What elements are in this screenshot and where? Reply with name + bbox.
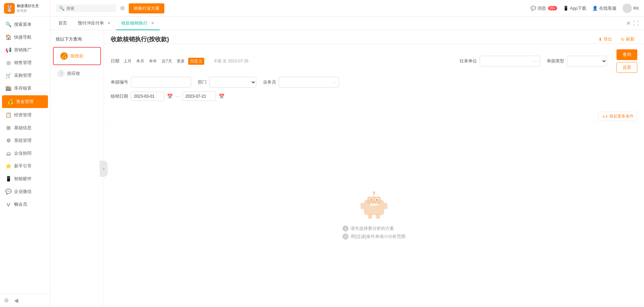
- receivable-icon: 🕐: [57, 70, 64, 77]
- verify-date-end[interactable]: [182, 92, 216, 101]
- online-service-btn[interactable]: 👤 在线客服: [592, 5, 616, 11]
- doc-no-input[interactable]: [131, 77, 191, 88]
- sidebar-label-search-menu: 搜索菜单: [14, 21, 32, 28]
- staff-item: 业务员 ···: [263, 77, 339, 88]
- tab-collect-offset-close[interactable]: ✕: [151, 21, 154, 25]
- collapse-row: ∧∧ 收起更多条件: [104, 110, 644, 122]
- sidebar-label-system: 系统管理: [14, 138, 32, 144]
- sidebar-item-enterprise[interactable]: 🗂企业协同: [0, 147, 50, 160]
- main-content: 收款核销执行(按收款) ⬆ 导出 ↻ 刷新 日期: [104, 30, 644, 307]
- doc-type-select[interactable]: [567, 56, 607, 66]
- sidebar-item-system[interactable]: ⚙系统管理: [0, 134, 50, 147]
- partner-input[interactable]: ···: [480, 56, 540, 66]
- sidebar-item-marketing[interactable]: 📢营销推广: [0, 44, 50, 56]
- action-btns: 查询 设置: [616, 49, 637, 73]
- tab-home[interactable]: 首页: [53, 17, 72, 30]
- tab-prepay-close[interactable]: ✕: [107, 21, 111, 25]
- verify-date-start[interactable]: [131, 92, 164, 101]
- svg-rect-8: [384, 203, 387, 209]
- logo-sub: 标准版: [17, 8, 39, 13]
- sidebar-item-basic-info[interactable]: ⊞基础信息: [0, 121, 50, 134]
- sidebar-item-inventory[interactable]: 🏬库存核算: [0, 82, 50, 95]
- partner-item: 往来单位 ···: [460, 56, 540, 66]
- sidebar-item-newbie[interactable]: ⭐新手引导: [0, 160, 50, 172]
- receipt-icon: 💰: [60, 52, 68, 60]
- user-name: Rit: [633, 6, 639, 11]
- search-form: 日期 上月 本月 本年 近7天 更多 自定义 不限 至 2023-07-26: [104, 44, 644, 110]
- sidebar-item-smart-hw[interactable]: 📱智能硬件: [0, 172, 50, 185]
- verify-date-label: 核销日期: [111, 93, 128, 99]
- enterprise-icon: 🗂: [5, 151, 11, 156]
- tabbar-right: ✕ ⛶: [626, 20, 641, 27]
- smart-hw-icon: 📱: [5, 176, 11, 182]
- svg-point-12: [373, 191, 375, 194]
- date-nolimit-text: 不限 至 2023-07-26: [214, 58, 249, 64]
- service-label: 在线客服: [599, 5, 616, 11]
- refresh-btn[interactable]: ↻ 刷新: [618, 35, 637, 44]
- filter-by-receipt[interactable]: 💰 按收款: [54, 49, 100, 63]
- sidebar-item-finance[interactable]: 💰资金管理: [2, 95, 48, 108]
- topbar-search-box[interactable]: 🔍: [56, 4, 116, 12]
- collapse-sidebar-icon[interactable]: ◀: [14, 297, 18, 304]
- app-label: App下载: [570, 5, 586, 11]
- settings-bottom-icon[interactable]: ⚙: [4, 297, 9, 304]
- sidebar-item-quick-nav[interactable]: 🏠快捷导航: [0, 31, 50, 44]
- gear-icon[interactable]: ⚙: [120, 5, 125, 11]
- filter-by-receivable[interactable]: 🕐 按应收: [50, 66, 104, 81]
- sidebar-item-sales[interactable]: ◎销售管理: [0, 56, 50, 69]
- date-separator: —: [175, 94, 180, 99]
- sidebar-label-quick-nav: 快捷导航: [14, 34, 32, 40]
- staff-input[interactable]: ···: [279, 77, 339, 88]
- sidebar-item-purchase[interactable]: 🛒采购管理: [0, 69, 50, 82]
- sidebar-label-finance: 资金管理: [16, 99, 34, 105]
- tab-close-all-icon[interactable]: ✕: [626, 20, 631, 27]
- empty-illustration: [357, 190, 391, 220]
- svg-rect-1: [367, 197, 381, 203]
- dept-select[interactable]: [209, 77, 256, 88]
- filter-by-receipt-label: 按收款: [70, 53, 84, 59]
- sidebar-label-sales: 销售管理: [14, 60, 32, 66]
- tab-fullscreen-icon[interactable]: ⛶: [633, 20, 639, 27]
- industry-btn[interactable]: 体验行业方案: [129, 3, 164, 13]
- sidebar-item-member[interactable]: V畅会员: [0, 198, 50, 211]
- tip-2-text: 用[过滤]条件来缩小分析范围: [351, 234, 405, 240]
- settings-btn[interactable]: 设置: [616, 62, 637, 73]
- shortcut-more[interactable]: 更多: [175, 58, 186, 65]
- staff-dots-icon: ···: [332, 80, 336, 85]
- shortcut-cur-month[interactable]: 本月: [135, 58, 146, 65]
- tab-prepay[interactable]: 预付冲应付单 ✕: [72, 17, 116, 30]
- message-btn[interactable]: 💬 消息 99+: [531, 5, 557, 11]
- user-avatar: [623, 4, 632, 13]
- search-input[interactable]: [66, 6, 107, 11]
- sidebar-item-operations[interactable]: 📋经营管理: [0, 109, 50, 121]
- collapse-more-btn[interactable]: ∧∧ 收起更多条件: [598, 112, 637, 121]
- tab-collect-offset[interactable]: 收款核销执行 ✕: [116, 17, 160, 30]
- tab-collect-offset-label: 收款核销执行: [121, 20, 148, 26]
- date-label: 日期: [111, 58, 119, 64]
- shortcut-custom[interactable]: 自定义: [188, 58, 204, 65]
- tip-num-1: 1: [342, 225, 348, 232]
- doc-type-label: 单据类型: [547, 58, 564, 64]
- page-header-actions: ⬆ 导出 ↻ 刷新: [596, 35, 637, 44]
- date-item: 日期 上月 本月 本年 近7天 更多 自定义: [111, 58, 204, 65]
- shortcut-cur-year[interactable]: 本年: [148, 58, 158, 65]
- sidebar-menu: 🔍搜索菜单🏠快捷导航📢营销推广◎销售管理🛒采购管理🏬库存核算💰资金管理📋经营管理…: [0, 17, 50, 294]
- shortcut-7days[interactable]: 近7天: [160, 58, 173, 65]
- app-download-btn[interactable]: 📱 App下载: [563, 5, 586, 11]
- shortcut-prev-month[interactable]: 上月: [122, 58, 133, 65]
- verify-start-cal-icon[interactable]: 📅: [167, 94, 173, 99]
- query-btn[interactable]: 查询: [616, 49, 637, 60]
- refresh-icon: ↻: [621, 37, 625, 42]
- form-row-2: 单据编号 部门 业务员 ···: [111, 77, 637, 88]
- sidebar: 🐰 畅捷通好生意 标准版 🔍搜索菜单🏠快捷导航📢营销推广◎销售管理🛒采购管理🏬库…: [0, 0, 50, 307]
- dept-item: 部门: [198, 77, 256, 88]
- sidebar-label-purchase: 采购管理: [14, 72, 32, 79]
- user-menu[interactable]: Rit: [623, 4, 639, 13]
- verify-date-item: 核销日期 📅 — 📅: [111, 92, 224, 101]
- sidebar-item-wechat[interactable]: 💬企业微信: [0, 185, 50, 198]
- sidebar-item-search-menu[interactable]: 🔍搜索菜单: [0, 18, 50, 31]
- content-area: 按以下方查询 💰 按收款 🕐 按应收 » 收款核销执行(按收款) ⬆: [50, 30, 644, 307]
- export-btn[interactable]: ⬆ 导出: [596, 35, 615, 44]
- panel-collapse-btn[interactable]: »: [100, 161, 108, 177]
- verify-end-cal-icon[interactable]: 📅: [219, 94, 224, 99]
